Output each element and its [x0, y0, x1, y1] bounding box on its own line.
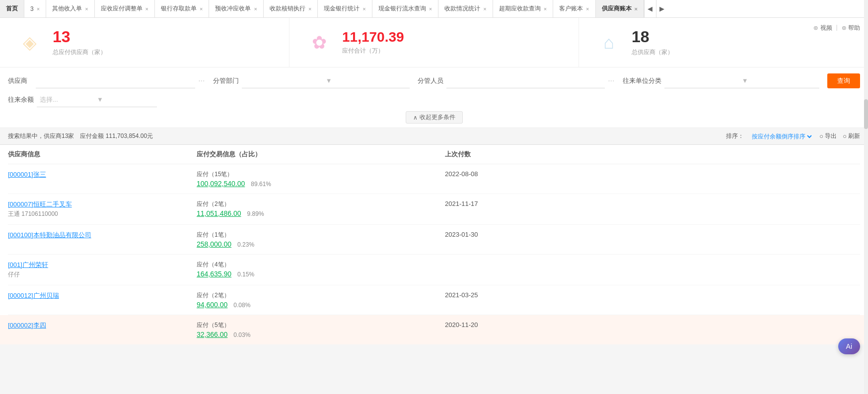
supplier-link[interactable]: [000001]张三 [8, 170, 197, 179]
supplier-cell: [000100]本特勤油品有限公司 [8, 231, 197, 240]
person-input[interactable] [446, 73, 605, 88]
sort-select[interactable]: 按应付余额倒序排序 [750, 132, 813, 140]
stat-total-suppliers-label: 总供应商（家） [632, 48, 673, 57]
payable-info: 应付（4笔） 164,635.90 0.15% [197, 261, 445, 278]
payable-amount-link[interactable]: 258,000.00 [197, 240, 231, 248]
nav-tab-supplier-account[interactable]: 供应商账本 × [596, 0, 644, 18]
nav-tab-other-income-label: 其他收入单 [52, 4, 82, 13]
top-right-links: ⊙ 视频 | ⊙ 帮助 [813, 24, 860, 32]
close-icon[interactable]: × [145, 6, 148, 12]
top-navigation: 首页 3 × 其他收入单 × 应收应付调整单 × 银行存取款单 × 预收冲应收单… [0, 0, 868, 18]
category-dropdown-icon[interactable]: ▼ [742, 77, 816, 84]
scrollbar-thumb[interactable] [864, 99, 868, 129]
stat-payable-total-value: 11,170.39 [342, 30, 404, 45]
category-select-wrapper[interactable]: ▼ [664, 73, 820, 88]
search-button[interactable]: 查询 [827, 73, 860, 88]
balance-select-wrapper[interactable]: 选择... ▼ [37, 92, 157, 107]
person-dots-icon[interactable]: ··· [608, 76, 614, 85]
collapse-up-icon: ∧ [413, 114, 418, 121]
supplier-dots-icon[interactable]: ··· [198, 76, 205, 85]
table-row: [000002]李四 应付（5笔） 32,366.00 0.03% 2020-1… [0, 315, 868, 344]
close-icon[interactable]: × [429, 6, 432, 12]
balance-dropdown-icon[interactable]: ▼ [97, 96, 154, 103]
payable-info: 应付（15笔） 100,092,540.00 89.61% [197, 170, 445, 188]
dept-select-wrapper[interactable]: ▼ [242, 73, 410, 88]
nav-tab-home-label: 首页 [6, 4, 18, 13]
stats-bar: ◈ 13 总应付供应商（家） ✿ 11,170.39 应付合计（万） ⌂ 18 … [0, 18, 868, 67]
nav-tab-home[interactable]: 首页 [0, 0, 24, 18]
nav-tab-cash-flow[interactable]: 现金银行流水查询 × [372, 0, 438, 18]
last-pay-date: 2023-01-30 [445, 231, 478, 238]
supplier-link[interactable]: [000002]李四 [8, 321, 197, 330]
close-icon[interactable]: × [586, 6, 589, 12]
nav-arrow-right[interactable]: ▶ [656, 0, 668, 18]
supplier-sub: 王通 17106110000 [8, 210, 197, 218]
scrollbar-track[interactable] [864, 0, 868, 344]
close-icon[interactable]: × [254, 6, 257, 12]
nav-tab-cash-bank-stats[interactable]: 现金银行统计 × [318, 0, 372, 18]
payable-amount-link[interactable]: 94,600.00 [197, 301, 227, 309]
refresh-link[interactable]: ○ 刷新 [843, 132, 860, 140]
payable-percent: 0.03% [233, 331, 250, 338]
close-icon[interactable]: × [544, 6, 547, 12]
nav-tab-prepay[interactable]: 预收冲应收单 × [209, 0, 263, 18]
close-icon[interactable]: × [200, 6, 203, 12]
dept-dropdown-icon[interactable]: ▼ [326, 77, 407, 84]
supplier-filter-label: 供应商 [8, 76, 33, 85]
payable-amount-link[interactable]: 32,366.00 [197, 330, 227, 338]
nav-tab-collection-stats[interactable]: 收款情况统计 × [438, 0, 493, 18]
supplier-cell: [001]广州荣轩 仔仔 [8, 261, 197, 279]
nav-tab-collection[interactable]: 收款核销执行 × [264, 0, 318, 18]
export-link[interactable]: ○ 导出 [819, 132, 837, 140]
close-icon[interactable]: × [483, 6, 486, 12]
supplier-link[interactable]: [000007]恒旺二手叉车 [8, 200, 197, 209]
nav-tab-customer-account[interactable]: 客户账本 × [553, 0, 595, 18]
nav-tab-other-income[interactable]: 其他收入单 × [46, 0, 94, 18]
nav-tab-adjustments[interactable]: 应收应付调整单 × [95, 0, 155, 18]
nav-tab-3-label: 3 [30, 5, 34, 12]
supplier-link[interactable]: [000012]广州贝瑞 [8, 291, 197, 300]
stat-total-suppliers-value: 18 [632, 28, 673, 46]
finance-icon: ✿ [304, 28, 334, 58]
close-icon[interactable]: × [308, 6, 311, 12]
table-row: [001]广州荣轩 仔仔 应付（4笔） 164,635.90 0.15% [8, 255, 860, 285]
video-link[interactable]: ⊙ 视频 [813, 24, 832, 32]
collapse-button[interactable]: ∧ 收起更多条件 [406, 111, 463, 124]
nav-arrow-left[interactable]: ◀ [644, 0, 656, 18]
balance-filter-label: 往来余额 [8, 95, 34, 104]
stat-payable-suppliers-value: 13 [53, 28, 106, 46]
filter-row-2: 往来余额 选择... ▼ [8, 92, 157, 107]
refresh-icon: ○ [843, 132, 847, 140]
supplier-cell: [000012]广州贝瑞 [8, 291, 197, 300]
filter-dept: 分管部门 ▼ [213, 73, 410, 88]
supplier-link[interactable]: [001]广州荣轩 [8, 261, 197, 269]
close-icon[interactable]: × [37, 6, 40, 12]
supplier-cell: [000007]恒旺二手叉车 王通 17106110000 [8, 200, 197, 218]
help-link[interactable]: ⊙ 帮助 [842, 24, 860, 32]
collapse-row: ∧ 收起更多条件 [8, 111, 860, 124]
header-supplier: 供应商信息 [8, 150, 197, 159]
payable-info: 应付（2笔） 94,600.00 0.08% [197, 291, 445, 309]
nav-tab-overdue[interactable]: 超期应收款查询 × [493, 0, 553, 18]
payable-amount-link[interactable]: 164,635.90 [197, 270, 231, 278]
category-filter-label: 往来单位分类 [623, 76, 661, 85]
payable-label: 应付（5笔） [197, 322, 230, 328]
stat-payable-total-text: 11,170.39 应付合计（万） [342, 30, 404, 56]
table-body: [000001]张三 应付（15笔） 100,092,540.00 89.61%… [8, 164, 860, 344]
refresh-label: 刷新 [848, 132, 860, 140]
close-icon[interactable]: × [362, 6, 365, 12]
payable-info: 应付（1笔） 258,000.00 0.23% [197, 231, 445, 248]
close-icon[interactable]: × [635, 6, 638, 12]
supplier-link[interactable]: [000100]本特勤油品有限公司 [8, 231, 197, 240]
supplier-cell: [000002]李四 [8, 321, 197, 330]
nav-tab-3[interactable]: 3 × [24, 0, 46, 18]
close-icon[interactable]: × [85, 6, 88, 12]
last-pay-date: 2021-11-17 [445, 200, 478, 207]
payable-amount-link[interactable]: 11,051,486.00 [197, 209, 241, 217]
result-actions: 排序： 按应付余额倒序排序 ○ 导出 ○ 刷新 [726, 132, 860, 140]
supplier-input[interactable] [36, 73, 195, 88]
payable-amount-link[interactable]: 100,092,540.00 [197, 180, 245, 188]
payable-row: 100,092,540.00 89.61% [197, 179, 445, 188]
balance-placeholder: 选择... [40, 95, 97, 104]
nav-tab-bank-deposit[interactable]: 银行存取款单 × [155, 0, 209, 18]
